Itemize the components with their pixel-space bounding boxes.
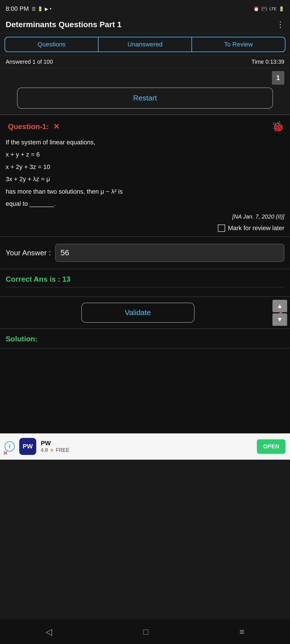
mark-review-label: Mark for review later <box>228 224 284 232</box>
answer-section: Your Answer : <box>0 237 290 269</box>
tabs-container: Questions Unanswered To Review <box>0 33 290 56</box>
validate-button[interactable]: Validate <box>81 303 195 323</box>
answered-count: Answered 1 of 100 <box>6 59 53 65</box>
timer: Time 0:13:39 <box>251 59 284 65</box>
divider <box>6 287 284 287</box>
correct-answer-text: Correct Ans is : 13 <box>6 275 284 284</box>
wrong-mark: ✕ <box>53 122 59 131</box>
ad-rating: 4.8 <box>41 447 48 453</box>
question-line-3: x + 2y + 3z = 10 <box>6 162 284 172</box>
header: Determinants Questions Part 1 ⋮ <box>0 17 290 33</box>
question-line-1: If the system of linear equations, <box>6 137 284 147</box>
question-section: Question-1: ✕ 🐞 If the system of linear … <box>0 115 290 237</box>
alarm-icon: ⏰ <box>253 6 259 12</box>
scroll-up-button[interactable]: ▲ <box>272 300 287 312</box>
header-menu-button[interactable]: ⋮ <box>276 20 284 29</box>
nav-menu-button[interactable]: ≡ <box>231 624 253 639</box>
signal-icon: LTE <box>269 7 276 11</box>
scroll-down-button[interactable]: ▼ <box>272 313 287 326</box>
question-line-6: equal to _______. <box>6 198 284 209</box>
ad-star-icon: ★ <box>50 447 54 453</box>
question-line-2: x + y + z = 6 <box>6 149 284 160</box>
play-icon: ▶ <box>45 6 48 12</box>
validate-row: Validate ✕ ▲ ▼ <box>0 297 290 329</box>
your-answer-label: Your Answer : <box>6 249 51 257</box>
progress-bar: Answered 1 of 100 Time 0:13:39 <box>0 56 290 68</box>
question-body: If the system of linear equations, x + y… <box>6 137 284 209</box>
ad-logo: PW <box>19 438 36 455</box>
mark-review-row: Mark for review later <box>6 224 284 232</box>
ad-logo-text: PW <box>23 443 33 450</box>
solution-section: Solution: <box>0 329 290 348</box>
restart-button[interactable]: Restart <box>17 87 273 109</box>
solution-content-area <box>0 348 290 433</box>
restart-container: Restart <box>0 85 290 115</box>
tab-unanswered[interactable]: Unanswered <box>98 37 192 52</box>
ad-banner: i PW PW 4.8 ★ FREE OPEN ✕ <box>0 433 290 460</box>
vibrate-icon: 📳 <box>261 6 267 12</box>
ad-open-button[interactable]: OPEN <box>257 439 285 454</box>
battery-icon: 🔋 <box>37 6 43 12</box>
ad-text-area: PW 4.8 ★ FREE <box>41 440 252 453</box>
question-number-area: 1 <box>0 68 290 85</box>
nav-spacer <box>0 460 290 482</box>
tab-questions[interactable]: Questions <box>5 37 98 52</box>
ad-app-name: PW <box>41 440 252 447</box>
mark-review-checkbox[interactable] <box>218 224 225 232</box>
page-title: Determinants Questions Part 1 <box>6 20 121 29</box>
nav-back-button[interactable]: ◁ <box>37 624 61 639</box>
dot-icon: • <box>50 6 52 11</box>
ad-subtitle: 4.8 ★ FREE <box>41 447 252 453</box>
question-line-5: has more than two solutions, then μ − λ²… <box>6 186 284 197</box>
solution-label: Solution: <box>6 335 284 343</box>
correct-answer-section: Correct Ans is : 13 <box>0 269 290 297</box>
answer-input[interactable] <box>55 244 284 262</box>
list-icon: ☰ <box>32 6 36 12</box>
question-number-badge: 1 <box>272 71 284 85</box>
nav-bar: ◁ □ ≡ <box>0 619 290 644</box>
tab-review[interactable]: To Review <box>192 37 285 52</box>
question-line-4: 3x + 2y + λz = μ <box>6 174 284 184</box>
ad-close-button[interactable]: ✕ <box>3 450 8 457</box>
battery-full-icon: 🔋 <box>279 6 284 12</box>
ad-free-label: FREE <box>56 447 69 453</box>
status-bar: 8:00 PM ☰ 🔋 ▶ • ⏰ 📳 LTE 🔋 <box>0 0 290 17</box>
nav-home-button[interactable]: □ <box>135 624 157 639</box>
question-reference: [NA Jan. 7, 2020 (II)] <box>6 213 284 220</box>
status-time: 8:00 PM <box>6 5 29 12</box>
scroll-arrows: ▲ ▼ <box>272 299 287 326</box>
bug-icon[interactable]: 🐞 <box>272 121 284 132</box>
question-label: Question-1: ✕ <box>6 122 59 131</box>
